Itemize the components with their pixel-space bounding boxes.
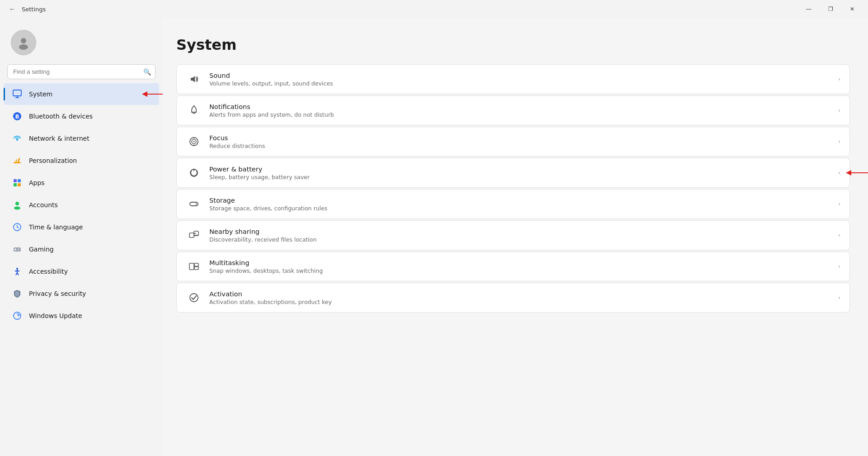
- settings-item-storage[interactable]: Storage Storage space, drives, configura…: [176, 189, 850, 219]
- svg-point-8: [16, 139, 18, 141]
- svg-rect-9: [14, 162, 21, 163]
- multitasking-icon: [186, 258, 202, 275]
- avatar: [11, 30, 36, 55]
- storage-title: Storage: [209, 197, 834, 204]
- search-box: 🔍: [7, 64, 156, 79]
- power-chevron: ›: [838, 170, 840, 176]
- sidebar-item-system[interactable]: System 1: [4, 83, 159, 105]
- settings-item-activation[interactable]: Activation Activation state, subscriptio…: [176, 283, 850, 313]
- svg-rect-11: [14, 179, 17, 182]
- page-title: System: [176, 36, 850, 53]
- svg-rect-42: [189, 233, 194, 238]
- main-layout: 🔍 System: [0, 18, 868, 456]
- close-button[interactable]: ✕: [842, 2, 863, 16]
- power-desc: Sleep, battery usage, battery saver: [209, 174, 834, 180]
- svg-rect-47: [194, 263, 198, 266]
- app-title: Settings: [22, 6, 46, 13]
- svg-point-23: [19, 248, 19, 249]
- search-input[interactable]: [7, 64, 156, 79]
- settings-item-nearby[interactable]: Nearby sharing Discoverability, received…: [176, 220, 850, 250]
- focus-chevron: ›: [838, 138, 840, 145]
- notifications-chevron: ›: [838, 107, 840, 114]
- activation-title: Activation: [209, 290, 834, 298]
- privacy-icon: [11, 287, 24, 300]
- accessibility-icon: [11, 265, 24, 278]
- svg-rect-12: [18, 179, 21, 182]
- sidebar-item-update-label: Windows Update: [29, 312, 82, 319]
- svg-point-34: [193, 141, 195, 142]
- nearby-title: Nearby sharing: [209, 228, 834, 235]
- settings-item-power[interactable]: Power & battery Sleep, battery usage, ba…: [176, 158, 850, 188]
- sidebar-item-accessibility-label: Accessibility: [29, 268, 68, 275]
- sidebar-item-accounts[interactable]: Accounts: [4, 194, 159, 216]
- svg-rect-2: [13, 90, 21, 96]
- focus-icon: [186, 133, 202, 150]
- minimize-button[interactable]: —: [798, 2, 819, 16]
- system-icon: [11, 88, 24, 100]
- svg-point-15: [15, 202, 19, 205]
- sidebar-item-privacy-label: Privacy & security: [29, 290, 86, 297]
- settings-list: Sound Volume levels, output, input, soun…: [176, 64, 850, 313]
- sidebar-item-time[interactable]: Time & language: [4, 216, 159, 238]
- notifications-title: Notifications: [209, 103, 834, 110]
- sidebar-item-time-label: Time & language: [29, 223, 83, 231]
- sidebar-item-bluetooth-label: Bluetooth & devices: [29, 113, 93, 120]
- sound-title: Sound: [209, 72, 834, 79]
- settings-item-focus[interactable]: Focus Reduce distractions ›: [176, 127, 850, 157]
- nearby-chevron: ›: [838, 232, 840, 238]
- multitasking-title: Multitasking: [209, 259, 834, 266]
- sidebar-item-privacy[interactable]: Privacy & security: [4, 283, 159, 304]
- sidebar-item-accounts-label: Accounts: [29, 201, 58, 209]
- gaming-icon: [11, 243, 24, 256]
- settings-item-multitasking[interactable]: Multitasking Snap windows, desktops, tas…: [176, 252, 850, 281]
- sidebar-item-personalization-label: Personalization: [29, 157, 77, 164]
- notifications-desc: Alerts from apps and system, do not dist…: [209, 111, 834, 118]
- bluetooth-icon: B: [11, 110, 24, 123]
- sidebar-item-apps[interactable]: Apps: [4, 172, 159, 194]
- sidebar-item-network-label: Network & internet: [29, 135, 90, 142]
- sidebar-item-bluetooth[interactable]: B Bluetooth & devices: [4, 105, 159, 127]
- back-button[interactable]: ←: [5, 2, 19, 16]
- sidebar-item-gaming-label: Gaming: [29, 246, 54, 253]
- sound-icon: [186, 71, 202, 87]
- sidebar-item-personalization[interactable]: Personalization: [4, 150, 159, 171]
- maximize-button[interactable]: ❐: [820, 2, 841, 16]
- focus-title: Focus: [209, 134, 834, 142]
- svg-line-29: [17, 273, 19, 275]
- accounts-icon: [11, 199, 24, 211]
- sidebar-item-update[interactable]: Windows Update: [4, 305, 159, 327]
- settings-item-notifications[interactable]: Notifications Alerts from apps and syste…: [176, 95, 850, 125]
- svg-rect-48: [194, 267, 198, 270]
- network-icon: [11, 132, 24, 145]
- svg-line-19: [17, 227, 19, 228]
- apps-icon: [11, 176, 24, 189]
- sidebar-item-network[interactable]: Network & internet: [4, 128, 159, 149]
- activation-icon: [186, 290, 202, 306]
- titlebar: ← Settings — ❐ ✕: [0, 0, 868, 18]
- svg-point-0: [21, 38, 26, 43]
- svg-point-24: [18, 250, 19, 251]
- sidebar-item-apps-label: Apps: [29, 179, 45, 186]
- power-icon: [186, 165, 202, 181]
- settings-item-sound[interactable]: Sound Volume levels, output, input, soun…: [176, 64, 850, 94]
- svg-text:B: B: [15, 114, 19, 120]
- notifications-icon: [186, 102, 202, 119]
- content-area: System Sound Volume levels, output, inpu…: [163, 18, 868, 456]
- svg-point-25: [16, 268, 18, 270]
- svg-rect-10: [18, 158, 20, 162]
- nearby-desc: Discoverability, received files location: [209, 236, 834, 243]
- multitasking-desc: Snap windows, desktops, task switching: [209, 267, 834, 274]
- svg-rect-13: [14, 183, 17, 186]
- multitasking-chevron: ›: [838, 263, 840, 270]
- sidebar-item-system-label: System: [29, 90, 52, 98]
- activation-desc: Activation state, subscriptions, product…: [209, 299, 834, 305]
- sidebar-item-accessibility[interactable]: Accessibility: [4, 261, 159, 282]
- focus-desc: Reduce distractions: [209, 142, 834, 149]
- sidebar: 🔍 System: [0, 18, 163, 456]
- sidebar-nav: System 1: [0, 83, 163, 327]
- time-icon: [11, 221, 24, 233]
- storage-desc: Storage space, drives, configuration rul…: [209, 205, 834, 212]
- sidebar-item-gaming[interactable]: Gaming: [4, 238, 159, 260]
- storage-icon: [186, 196, 202, 212]
- svg-rect-14: [18, 183, 21, 186]
